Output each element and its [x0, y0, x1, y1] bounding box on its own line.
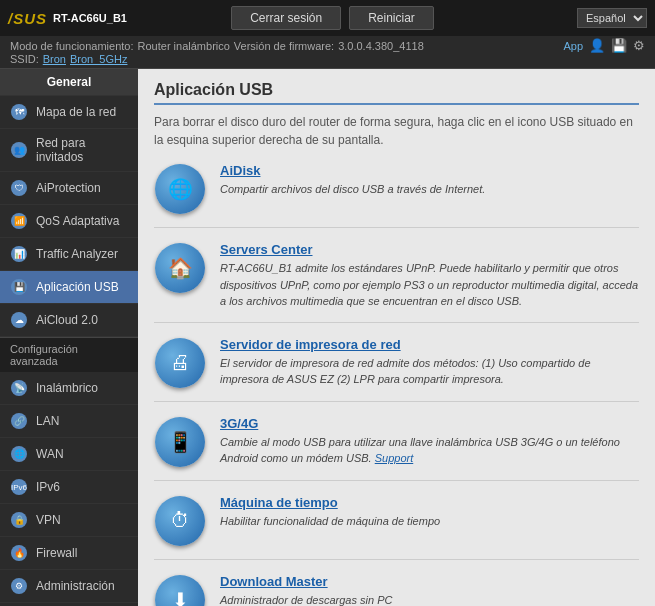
aidisk-desc: Compartir archivos del disco USB a travé… — [220, 181, 639, 198]
sidebar-item-admin[interactable]: ⚙ Administración — [0, 570, 138, 603]
timemachine-icon: ⏱ — [155, 496, 205, 546]
user-icon: 👤 — [589, 38, 605, 53]
download-text: Download Master Administrador de descarg… — [220, 574, 639, 607]
printer-title[interactable]: Servidor de impresora de red — [220, 337, 639, 352]
usb-item-3g4g: 📱 3G/4G Cambie al modo USB para utilizar… — [154, 416, 639, 481]
sidebar-item-qos[interactable]: 📶 QoS Adaptativa — [0, 205, 138, 238]
usb-app-icon: 💾 — [10, 278, 28, 296]
sidebar-label-mapa-red: Mapa de la red — [36, 105, 116, 119]
3g4g-desc: Cambie al modo USB para utilizar una lla… — [220, 434, 639, 467]
printer-desc: El servidor de impresora de red admite d… — [220, 355, 639, 388]
usb-item-download-master: ⬇ Download Master Administrador de desca… — [154, 574, 639, 607]
usb-item-timemachine: ⏱ Máquina de tiempo Habilitar funcionali… — [154, 495, 639, 560]
download-desc: Administrador de descargas sin PC Instal… — [220, 592, 639, 607]
settings-icon[interactable]: ⚙ — [633, 38, 645, 53]
ssid2-link[interactable]: Bron_5GHz — [70, 53, 127, 65]
servers-title[interactable]: Servers Center — [220, 242, 639, 257]
3g4g-title[interactable]: 3G/4G — [220, 416, 639, 431]
mode-label: Modo de funcionamiento: — [10, 40, 134, 52]
sidebar-item-ipv6[interactable]: IPv6 IPv6 — [0, 471, 138, 504]
logo-area: /SUS RT-AC66U_B1 — [8, 10, 138, 27]
vpn-icon: 🔒 — [10, 511, 28, 529]
sidebar-item-wifi[interactable]: 📡 Inalámbrico — [0, 372, 138, 405]
model-name: RT-AC66U_B1 — [53, 12, 127, 24]
download-title[interactable]: Download Master — [220, 574, 639, 589]
fw-version[interactable]: 3.0.0.4.380_4118 — [338, 40, 424, 52]
mode-link[interactable]: Router inalámbrico — [138, 40, 230, 52]
ipv6-icon: IPv6 — [10, 478, 28, 496]
sidebar-item-mapa-red[interactable]: 🗺 Mapa de la red — [0, 96, 138, 129]
sidebar-label-wifi: Inalámbrico — [36, 381, 98, 395]
servers-icon: 🏠 — [155, 243, 205, 293]
guests-icon: 👥 — [10, 141, 28, 159]
main-layout: General 🗺 Mapa de la red 👥 Red para invi… — [0, 69, 655, 606]
usb-item-servers-center: 🏠 Servers Center RT-AC66U_B1 admite los … — [154, 242, 639, 323]
sidebar-label-lan: LAN — [36, 414, 59, 428]
wifi-icon: 📡 — [10, 379, 28, 397]
sidebar-item-usb-app[interactable]: 💾 Aplicación USB — [0, 271, 138, 304]
sidebar-label-wan: WAN — [36, 447, 64, 461]
timemachine-icon-wrap: ⏱ — [154, 495, 206, 547]
sidebar-label-traffic: Traffic Analyzer — [36, 247, 118, 261]
lan-icon: 🔗 — [10, 412, 28, 430]
download-icon-wrap: ⬇ — [154, 574, 206, 607]
3g4g-text: 3G/4G Cambie al modo USB para utilizar u… — [220, 416, 639, 467]
sidebar-item-red-invitados[interactable]: 👥 Red para invitados — [0, 129, 138, 172]
sidebar-general-header: General — [0, 69, 138, 96]
restart-button[interactable]: Reiniciar — [349, 6, 434, 30]
shield-icon: 🛡 — [10, 179, 28, 197]
sidebar-label-admin: Administración — [36, 579, 115, 593]
sidebar-label-firewall: Firewall — [36, 546, 77, 560]
servers-text: Servers Center RT-AC66U_B1 admite los es… — [220, 242, 639, 310]
usb-item-printer: 🖨 Servidor de impresora de red El servid… — [154, 337, 639, 402]
page-title: Aplicación USB — [154, 81, 639, 105]
ssid1-link[interactable]: Bron — [43, 53, 66, 65]
firewall-icon: 🔥 — [10, 544, 28, 562]
sidebar: General 🗺 Mapa de la red 👥 Red para invi… — [0, 69, 138, 606]
sidebar-label-red-invitados: Red para invitados — [36, 136, 128, 164]
fw-label: Versión de firmware: — [234, 40, 334, 52]
top-right: Español — [527, 8, 647, 28]
traffic-icon: 📊 — [10, 245, 28, 263]
sidebar-label-vpn: VPN — [36, 513, 61, 527]
sidebar-item-firewall[interactable]: 🔥 Firewall — [0, 537, 138, 570]
cloud-icon: ☁ — [10, 311, 28, 329]
page-description: Para borrar el disco duro del router de … — [154, 113, 639, 149]
aidisk-title[interactable]: AiDisk — [220, 163, 639, 178]
qos-icon: 📶 — [10, 212, 28, 230]
sidebar-label-usb-app: Aplicación USB — [36, 280, 119, 294]
3g4g-support-link[interactable]: Support — [375, 452, 414, 464]
sidebar-item-aiprotection[interactable]: 🛡 AiProtection — [0, 172, 138, 205]
sidebar-label-ipv6: IPv6 — [36, 480, 60, 494]
sidebar-label-qos: QoS Adaptativa — [36, 214, 119, 228]
aidisk-icon-wrap: 🌐 — [154, 163, 206, 215]
wan-icon: 🌐 — [10, 445, 28, 463]
language-select[interactable]: Español — [577, 8, 647, 28]
aidisk-text: AiDisk Compartir archivos del disco USB … — [220, 163, 639, 198]
usb-icon[interactable]: 💾 — [611, 38, 627, 53]
app-label: App — [563, 40, 583, 52]
timemachine-title[interactable]: Máquina de tiempo — [220, 495, 639, 510]
asus-logo: /SUS — [8, 10, 47, 27]
sidebar-item-aicloud[interactable]: ☁ AiCloud 2.0 — [0, 304, 138, 337]
printer-icon-wrap: 🖨 — [154, 337, 206, 389]
close-session-button[interactable]: Cerrar sesión — [231, 6, 341, 30]
main-content: Aplicación USB Para borrar el disco duro… — [138, 69, 655, 606]
usb-item-aidisk: 🌐 AiDisk Compartir archivos del disco US… — [154, 163, 639, 228]
sidebar-item-traffic[interactable]: 📊 Traffic Analyzer — [0, 238, 138, 271]
printer-icon: 🖨 — [155, 338, 205, 388]
sidebar-item-wan[interactable]: 🌐 WAN — [0, 438, 138, 471]
mode-bar: Modo de funcionamiento: Router inalámbri… — [0, 36, 655, 69]
timemachine-text: Máquina de tiempo Habilitar funcionalida… — [220, 495, 639, 530]
map-icon: 🗺 — [10, 103, 28, 121]
sidebar-item-vpn[interactable]: 🔒 VPN — [0, 504, 138, 537]
3g4g-icon-wrap: 📱 — [154, 416, 206, 468]
top-buttons: Cerrar sesión Reiniciar — [138, 6, 527, 30]
top-bar: /SUS RT-AC66U_B1 Cerrar sesión Reiniciar… — [0, 0, 655, 36]
3g4g-icon: 📱 — [155, 417, 205, 467]
sidebar-item-lan[interactable]: 🔗 LAN — [0, 405, 138, 438]
servers-desc: RT-AC66U_B1 admite los estándares UPnP. … — [220, 260, 639, 310]
advanced-config-header: Configuración avanzada — [0, 337, 138, 372]
admin-icon: ⚙ — [10, 577, 28, 595]
download-icon: ⬇ — [155, 575, 205, 607]
